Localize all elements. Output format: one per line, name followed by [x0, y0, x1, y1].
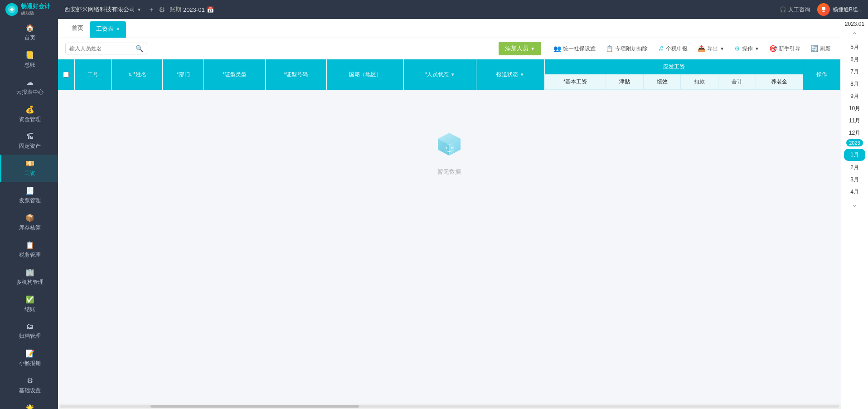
divider-1: [546, 44, 546, 53]
month-item-12[interactable]: 12月: [841, 127, 868, 139]
month-item-8[interactable]: 8月: [841, 78, 868, 90]
archive-icon: 🗂: [26, 322, 34, 331]
month-item-9[interactable]: 9月: [841, 90, 868, 102]
svg-point-1: [822, 7, 825, 10]
sidebar-item-archive[interactable]: 🗂 归档管理: [0, 318, 58, 345]
sidebar-item-salary[interactable]: 💴 工资: [0, 155, 58, 182]
special-deduct-label: 专项附加扣除: [615, 45, 648, 53]
tax-apply-action[interactable]: 🖨 个税申报: [655, 43, 690, 54]
sidebar-label-invoice: 发票管理: [19, 197, 41, 204]
settle-icon: ✅: [25, 295, 34, 304]
sidebar-label-archive: 归档管理: [19, 332, 41, 340]
th-person-status: *人员状态 ▼: [404, 59, 476, 90]
sidebar-item-settings[interactable]: ⚙ 基础设置: [0, 372, 58, 399]
th-country: 国籍（地区）: [326, 59, 404, 90]
tab-home[interactable]: 首页: [65, 19, 90, 38]
year-badge[interactable]: 2023: [846, 139, 863, 146]
newbie-guide-action[interactable]: 🎯 新手引导: [766, 43, 803, 54]
sidebar-label-settings: 基础设置: [19, 387, 41, 394]
bottom-scrollbar[interactable]: [58, 404, 841, 409]
month-item-7[interactable]: 7月: [841, 66, 868, 78]
th-id-number: *证型号码: [265, 59, 326, 90]
month-item-6[interactable]: 6月: [841, 54, 868, 66]
invoice-icon: 🧾: [25, 186, 34, 195]
right-date-panel: 2023.01 ⌃ 5月 6月 7月 8月 9月 10月 11月 12月 202…: [841, 19, 868, 409]
headset-icon: 🎧: [780, 6, 786, 13]
search-box: 🔍: [65, 43, 147, 54]
sidebar-label-tax: 税务管理: [19, 251, 41, 259]
app-subtitle: 旗舰版: [21, 10, 50, 16]
company-selector[interactable]: 西安虾米网络科技有限公司 ▼: [64, 5, 141, 14]
scroll-down-icon[interactable]: ⌄: [850, 198, 859, 210]
operate-action[interactable]: ⚙ 操作 ▼: [732, 43, 762, 54]
sidebar-item-multi[interactable]: 🏢 多机构管理: [0, 263, 58, 291]
refresh-action[interactable]: 🔄 刷新: [808, 43, 834, 54]
social-security-icon: 👥: [553, 45, 561, 52]
th-base-salary: *基本工资: [545, 74, 606, 90]
th-salary-group: 应发工资: [545, 59, 803, 74]
user-name: 畅捷通B组...: [833, 6, 863, 14]
guide-icon: 🌟: [25, 404, 34, 409]
empty-text: 暂无数据: [437, 168, 461, 176]
month-item-3[interactable]: 3月: [841, 174, 868, 186]
empty-state: 暂无数据: [58, 90, 841, 212]
export-action[interactable]: 📤 导出 ▼: [695, 43, 727, 54]
sidebar-label-expense: 小畅报销: [19, 360, 41, 367]
tab-close-icon[interactable]: ×: [116, 26, 120, 32]
scroll-up-icon[interactable]: ⌃: [850, 29, 859, 41]
period-value: 2023-01: [183, 6, 205, 13]
sidebar-item-tax[interactable]: 📋 税务管理: [0, 236, 58, 263]
salary-table: 工号 ⇅ *姓名 *部门 *证型类型 *证型号码 国籍（地区） *人员状态 ▼ …: [58, 59, 841, 212]
search-icon: 🔍: [136, 45, 143, 52]
month-item-2[interactable]: 2月: [841, 161, 868, 174]
sidebar-label-ledger: 总账: [24, 61, 35, 69]
export-dropdown-icon: ▼: [720, 46, 724, 51]
current-period-title: 2023.01: [845, 21, 864, 27]
search-input[interactable]: [69, 45, 133, 52]
calendar-icon[interactable]: 📅: [207, 6, 214, 13]
tab-salary-label: 工资表: [96, 25, 114, 33]
table-wrapper: 工号 ⇅ *姓名 *部门 *证型类型 *证型号码 国籍（地区） *人员状态 ▼ …: [58, 59, 841, 404]
month-item-11[interactable]: 11月: [841, 115, 868, 127]
operate-label: 操作: [742, 45, 753, 53]
user-area: 畅捷通B组...: [817, 3, 863, 16]
period-label: 账期: [170, 5, 181, 14]
sidebar-item-inventory[interactable]: 📦 库存核算: [0, 209, 58, 236]
tab-salary-table[interactable]: 工资表 ×: [90, 21, 126, 38]
sidebar-item-asset[interactable]: 🏗 固定资产: [0, 128, 58, 155]
sidebar-item-settle[interactable]: ✅ 结账: [0, 291, 58, 318]
month-item-5[interactable]: 5月: [841, 41, 868, 54]
sidebar-item-expense[interactable]: 📝 小畅报销: [0, 345, 58, 372]
sidebar-item-guide[interactable]: 🌟 新手引导: [0, 399, 58, 409]
th-allowance: 津贴: [606, 74, 644, 90]
operate-dropdown-icon: ▼: [755, 46, 759, 51]
sidebar-item-cloud[interactable]: ☁ 云报表中心: [0, 73, 58, 101]
month-item-1-active[interactable]: 1月: [844, 149, 865, 161]
sidebar-item-fund[interactable]: 💰 资金管理: [0, 101, 58, 128]
sidebar-label-inventory: 库存核算: [19, 224, 41, 232]
month-item-4[interactable]: 4月: [841, 186, 868, 198]
sidebar-item-invoice[interactable]: 🧾 发票管理: [0, 182, 58, 209]
ledger-icon: 📒: [25, 51, 34, 59]
add-dropdown-arrow: ▼: [530, 46, 535, 51]
expense-icon: 📝: [25, 349, 34, 358]
sidebar-item-ledger[interactable]: 📒 总账: [0, 46, 58, 73]
sidebar-label-home: 首页: [24, 34, 35, 42]
add-person-button[interactable]: 添加人员 ▼: [499, 42, 541, 55]
add-icon[interactable]: ＋: [148, 5, 155, 15]
sidebar-item-home[interactable]: 🏠 首页: [0, 19, 58, 46]
settings-icon[interactable]: ⚙: [159, 5, 165, 14]
special-deduct-action[interactable]: 📋 专项附加扣除: [603, 43, 650, 54]
social-security-label: 统一社保设置: [563, 45, 596, 53]
scroll-thumb[interactable]: [150, 405, 359, 408]
user-avatar: [817, 3, 830, 16]
tax-apply-icon: 🖨: [658, 45, 664, 52]
select-all-th[interactable]: [58, 59, 74, 90]
service-label: 人工咨询: [788, 6, 810, 14]
month-item-10[interactable]: 10月: [841, 102, 868, 115]
service-button[interactable]: 🎧 人工咨询: [780, 6, 810, 14]
refresh-icon: 🔄: [810, 45, 818, 52]
empty-row: 暂无数据: [58, 90, 841, 213]
social-security-action[interactable]: 👥 统一社保设置: [551, 43, 598, 54]
select-all-checkbox[interactable]: [63, 72, 69, 78]
